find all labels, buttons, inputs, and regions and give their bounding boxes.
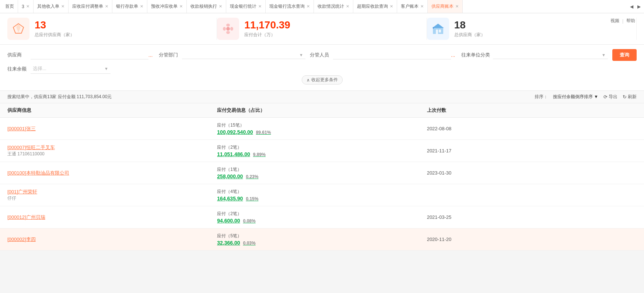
supplier-input[interactable] — [31, 51, 148, 59]
close-icon[interactable]: ✕ — [455, 4, 459, 9]
filter-row-2: 往来余额 选择... ▼ — [7, 64, 637, 74]
tx-label-1: 应付（15笔） — [217, 123, 244, 128]
supplier-link-5[interactable]: [000012]广州贝瑞 — [7, 214, 217, 221]
nav-tab-ap-adjust[interactable]: 应收应付调整单 ✕ — [69, 0, 112, 13]
collapse-bar: ∧ 收起更多条件 — [7, 74, 637, 86]
supplier-cell-5: [000012]广州贝瑞 — [7, 214, 217, 221]
stat-label-suppliers: 总应付供应商（家） — [35, 32, 74, 38]
close-icon[interactable]: ✕ — [61, 4, 64, 9]
close-icon[interactable]: ✕ — [140, 4, 143, 9]
tx-cell-5: 应付（2笔） 94,600.000.08% — [217, 211, 427, 224]
close-icon[interactable]: ✕ — [390, 4, 393, 9]
video-link[interactable]: 视频 — [610, 18, 619, 24]
svg-rect-10 — [439, 30, 441, 32]
supplier-link-1[interactable]: [000001]张三 — [7, 125, 217, 132]
close-icon[interactable]: ✕ — [179, 4, 183, 9]
svg-point-2 — [226, 27, 230, 31]
results-bar: 搜索结果中，供应商13家 应付金额 111,703,854.00元 排序： 按应… — [0, 91, 644, 103]
tx-percent-6: 0.03% — [243, 241, 256, 246]
last-payment-date-3: 2023-01-30 — [427, 170, 452, 176]
nav-tab-overdue-query[interactable]: 超期应收款查询 ✕ — [353, 0, 397, 13]
table-row: [000002]李四 应付（5笔） 32,366.000.03% 2020-11… — [0, 228, 644, 251]
tx-amount-1[interactable]: 100,092,540.0089.61% — [217, 129, 427, 135]
nav-right-arrow-button[interactable]: ▶ — [635, 0, 643, 13]
nav-tab-home-label: 首页 — [5, 3, 14, 10]
nav-tab-cash-bank-stat[interactable]: 现金银行统计 ✕ — [226, 0, 266, 13]
person-input[interactable] — [333, 51, 451, 59]
nav-tab-home[interactable]: 首页 — [1, 0, 18, 13]
tx-cell-6: 应付（5笔） 32,366.000.03% — [217, 233, 427, 246]
svg-rect-11 — [433, 27, 434, 29]
export-button[interactable]: ⟳ 导出 — [603, 94, 617, 100]
nav-tab-customer-account[interactable]: 客户账本 ✕ — [397, 0, 428, 13]
table-row: [001]广州荣轩 仔仔 应付（4笔） 164,635.900.15% — [0, 184, 644, 206]
collapse-button[interactable]: ∧ 收起更多条件 — [302, 75, 343, 85]
nav-tab-3[interactable]: 3 ✕ — [18, 0, 34, 13]
tx-amount-3[interactable]: 258,000.000.23% — [217, 173, 427, 179]
nav-tab-cash-bank-query[interactable]: 现金银行流水查询 ✕ — [266, 0, 314, 13]
query-button[interactable]: 查询 — [612, 49, 637, 61]
table-row: [000012]广州贝瑞 应付（2笔） 94,600.000.08% 2021-… — [0, 206, 644, 228]
nav-tab-bank-deposit-label: 银行存款单 — [116, 3, 138, 10]
tx-percent-3: 0.23% — [246, 174, 258, 179]
person-ellipsis-button[interactable]: ... — [451, 52, 455, 58]
last-payment-cell-6: 2020-11-20 — [427, 237, 637, 242]
table-row: [000007]恒旺二手叉车 王通 17106110000 应付（2笔） 11,… — [0, 140, 644, 162]
refresh-icon: ↻ — [623, 94, 627, 100]
close-icon[interactable]: ✕ — [420, 4, 424, 9]
close-icon[interactable]: ✕ — [346, 4, 349, 9]
supplier-link-3[interactable]: [000100]本特勒油品有限公司 — [7, 170, 217, 176]
filter-person: 分管人员 ... — [310, 51, 457, 59]
person-label: 分管人员 — [310, 52, 330, 58]
nav-left-arrow-button[interactable]: ◀ — [628, 0, 635, 13]
nav-tab-collection-stat[interactable]: 收款情况统计 ✕ — [314, 0, 353, 13]
close-icon[interactable]: ✕ — [105, 4, 108, 9]
nav-tab-bank-deposit[interactable]: 银行存款单 ✕ — [112, 0, 147, 13]
department-select[interactable]: ▼ — [182, 51, 306, 59]
supplier-link-2[interactable]: [000007]恒旺二手叉车 — [7, 144, 217, 151]
stat-text-suppliers: 13 总应付供应商（家） — [35, 20, 74, 38]
last-payment-date-5: 2021-03-25 — [427, 214, 452, 220]
tx-amount-4[interactable]: 164,635.900.15% — [217, 196, 427, 201]
filter-area: 供应商 ... 分管部门 ▼ 分管人员 ... 往来单位分类 ▼ 查询 往来 — [0, 45, 644, 91]
supplier-cell-3: [000100]本特勒油品有限公司 — [7, 170, 217, 176]
tx-cell-1: 应付（15笔） 100,092,540.0089.61% — [217, 122, 427, 135]
close-icon[interactable]: ✕ — [26, 4, 29, 9]
close-icon[interactable]: ✕ — [307, 4, 310, 9]
stat-number-suppliers: 13 — [35, 20, 74, 31]
tx-label-6: 应付（5笔） — [217, 233, 242, 238]
nav-tab-advance[interactable]: 预收冲应收单 ✕ — [147, 0, 187, 13]
nav-tab-other-income[interactable]: 其他收入单 ✕ — [34, 0, 69, 13]
sort-select[interactable]: 按应付余额倒序排序 ▼ — [553, 94, 598, 100]
stat-icon-store — [427, 18, 449, 40]
stat-block-amount: 11,170.39 应付合计（万） — [217, 18, 427, 40]
stat-icon-flower — [217, 18, 239, 40]
stat-number-total-suppliers: 18 — [454, 20, 485, 31]
supplier-ellipsis-button[interactable]: ... — [148, 52, 153, 58]
filter-category: 往来单位分类 ▼ — [461, 51, 608, 59]
nav-tab-advance-label: 预收冲应收单 — [151, 3, 178, 10]
close-icon[interactable]: ✕ — [258, 4, 262, 9]
table-container: 供应商信息 应付交易信息（占比） 上次付数 [000001]张三 应付（15笔）… — [0, 103, 644, 251]
balance-select[interactable]: 选择... ▼ — [31, 64, 111, 74]
tx-amount-6[interactable]: 32,366.000.03% — [217, 240, 427, 246]
tx-amount-5[interactable]: 94,600.000.08% — [217, 218, 427, 224]
nav-tab-collection-check[interactable]: 收款核销执行 ✕ — [187, 0, 226, 13]
balance-label: 往来余额 — [7, 66, 28, 72]
supplier-link-4[interactable]: [001]广州荣轩 — [7, 189, 217, 195]
collapse-label: 收起更多条件 — [311, 77, 338, 83]
supplier-cell-6: [000002]李四 — [7, 236, 217, 243]
divider: | — [622, 18, 623, 24]
close-icon[interactable]: ✕ — [219, 4, 222, 9]
tx-percent-5: 0.08% — [243, 218, 256, 224]
help-link[interactable]: 帮助 — [626, 18, 635, 24]
category-select[interactable]: ▼ — [493, 51, 608, 59]
tx-label-3: 应付（1笔） — [217, 167, 242, 172]
nav-tab-supplier-account[interactable]: 供应商账本 ✕ — [428, 0, 463, 13]
last-payment-date-2: 2021-11-17 — [427, 148, 452, 154]
refresh-button[interactable]: ↻ 刷新 — [623, 94, 637, 100]
supplier-link-6[interactable]: [000002]李四 — [7, 236, 217, 243]
svg-point-6 — [230, 27, 233, 31]
tx-amount-2[interactable]: 11,051,486.009.89% — [217, 151, 427, 157]
balance-select-text: 选择... — [33, 65, 104, 72]
